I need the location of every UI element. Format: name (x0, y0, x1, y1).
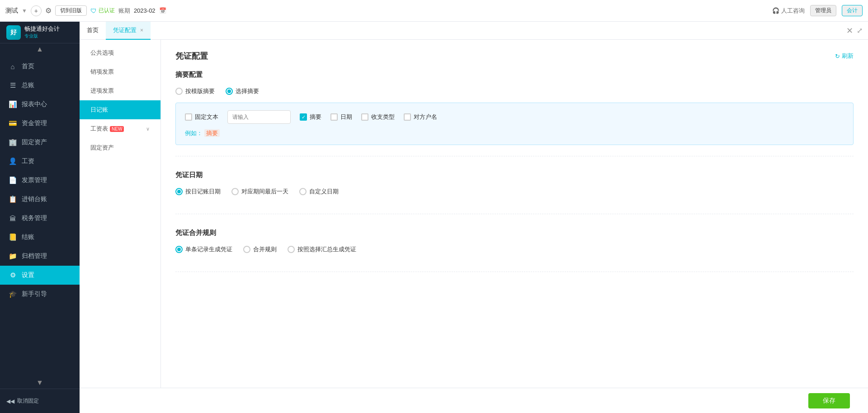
sidebar-item-sales[interactable]: 📋 进销台账 (0, 190, 80, 209)
cancel-fixed-button[interactable]: ◀◀ 取消固定 (0, 393, 80, 409)
checkbox-counterpart[interactable]: 对方户名 (404, 113, 437, 121)
pin-icon: ◀◀ (6, 398, 14, 404)
checkbox-abstract[interactable]: 摘要 (300, 113, 321, 121)
checkbox-payment-type[interactable]: 收支类型 (361, 113, 395, 121)
sidebar-item-close[interactable]: 📒 结账 (0, 228, 80, 247)
radio-custom-date[interactable]: 自定义日期 (299, 188, 339, 196)
scroll-down-button[interactable]: ▼ (0, 377, 80, 389)
radio-summary-generate[interactable]: 按照选择汇总生成凭证 (288, 245, 356, 253)
company-name: 测试 (5, 7, 18, 15)
left-menu-payroll[interactable]: 工资表 NEW ∨ (80, 119, 160, 138)
sidebar-item-ledger[interactable]: ☰ 总账 (0, 76, 80, 95)
date-section: 凭证日期 按日记账日期 对应期间最后一天 (175, 171, 854, 214)
radio-template-summary[interactable]: 按模版摘要 (175, 87, 215, 95)
sidebar: 好 畅捷通好会计 专业版 ▲ ⌂ 首页 ☰ 总账 📊 报表中心 💳 资金管理 (0, 22, 80, 413)
assets-icon: 🏢 (8, 138, 17, 146)
left-menu-assets-label: 固定资产 (90, 144, 114, 151)
sidebar-item-guide[interactable]: 🎓 新手引导 (0, 285, 80, 304)
checkbox-abstract-label: 摘要 (310, 113, 321, 121)
save-bar: 保存 (80, 388, 868, 413)
sidebar-label-home: 首页 (22, 62, 34, 70)
right-content: 凭证配置 ↻ 刷新 摘要配置 按模版摘要 (161, 40, 868, 413)
radio-custom-date-label: 自定义日期 (309, 188, 339, 196)
fixed-text-input[interactable] (227, 110, 291, 124)
page-header: 凭证配置 ↻ 刷新 (175, 51, 854, 61)
radio-journal-date[interactable]: 按日记账日期 (175, 188, 221, 196)
tab-bar-actions: ✕ ⤢ (846, 26, 868, 36)
radio-merge-rule[interactable]: 合并规则 (243, 245, 277, 253)
sales-icon: 📋 (8, 195, 17, 203)
radio-single-record-label: 单条记录生成凭证 (185, 245, 232, 253)
checkbox-date[interactable]: 日期 (330, 113, 352, 121)
checkbox-payment-type-label: 收支类型 (371, 113, 395, 121)
radio-period-last-day[interactable]: 对应期间最后一天 (231, 188, 288, 196)
new-badge: NEW (110, 126, 124, 132)
refresh-button[interactable]: ↻ 刷新 (835, 52, 854, 60)
checkbox-counterpart-box (404, 113, 411, 121)
tab-close-icon[interactable]: × (140, 27, 143, 33)
period-label: 账期 (118, 7, 130, 15)
radio-summary-generate-label: 按照选择汇总生成凭证 (297, 245, 356, 253)
checkbox-fixed-text[interactable]: 固定文本 (185, 113, 218, 121)
close-window-icon[interactable]: ✕ (846, 26, 853, 36)
tax-icon: 🏛 (8, 215, 17, 222)
tab-home[interactable]: 首页 (80, 22, 106, 40)
accountant-button[interactable]: 会计 (842, 5, 863, 16)
checkbox-fixed-text-label: 固定文本 (195, 113, 218, 121)
radio-template-label: 按模版摘要 (185, 87, 215, 95)
left-menu-public-label: 公共选项 (90, 49, 114, 56)
left-menu-payroll-label: 工资表 (90, 125, 108, 133)
company-dropdown-icon[interactable]: ▼ (22, 8, 27, 14)
sidebar-label-invoice: 发票管理 (22, 176, 47, 184)
sidebar-item-tax[interactable]: 🏛 税务管理 (0, 209, 80, 228)
sidebar-item-funds[interactable]: 💳 资金管理 (0, 114, 80, 133)
radio-single-record[interactable]: 单条记录生成凭证 (175, 245, 232, 253)
checkbox-payment-type-box (361, 113, 368, 121)
left-menu-journal[interactable]: 日记账 (80, 100, 160, 119)
switch-old-button[interactable]: 切到旧版 (55, 5, 87, 16)
sidebar-item-reports[interactable]: 📊 报表中心 (0, 95, 80, 114)
sidebar-label-sales: 进销台账 (22, 195, 47, 203)
calendar-icon[interactable]: 📅 (159, 7, 166, 14)
left-menu-public[interactable]: 公共选项 (80, 43, 160, 62)
save-button[interactable]: 保存 (808, 393, 850, 408)
left-menu-purchase-invoice[interactable]: 进项发票 (80, 81, 160, 100)
left-menu-fixed-assets[interactable]: 固定资产 (80, 138, 160, 157)
period-value: 2023-02 (134, 7, 156, 14)
sidebar-item-settings[interactable]: ⚙ 设置 (0, 266, 80, 285)
example-prefix: 例如： (185, 130, 203, 136)
radio-single-record-circle (175, 246, 183, 253)
sidebar-item-archive[interactable]: 📁 归档管理 (0, 247, 80, 266)
sidebar-label-close: 结账 (22, 233, 34, 241)
merge-section: 凭证合并规则 单条记录生成凭证 合并规则 (175, 229, 854, 272)
top-bar: 测试 ▼ + ⚙ 切到旧版 🛡 已认证 账期 2023-02 📅 🎧 人工咨询 … (0, 0, 868, 22)
top-bar-right: 🎧 人工咨询 管理员 会计 (772, 5, 863, 16)
example-value: 摘要 (204, 129, 220, 137)
reports-icon: 📊 (8, 100, 17, 108)
sidebar-label-tax: 税务管理 (22, 214, 47, 222)
consult-button[interactable]: 🎧 人工咨询 (772, 7, 805, 15)
sidebar-item-invoice[interactable]: 📄 发票管理 (0, 171, 80, 190)
sidebar-item-salary[interactable]: 👤 工资 (0, 152, 80, 171)
radio-merge-rule-label: 合并规则 (253, 245, 277, 253)
sidebar-item-home[interactable]: ⌂ 首页 (0, 57, 80, 76)
left-menu-sales-invoice[interactable]: 销项发票 (80, 62, 160, 81)
home-icon: ⌂ (8, 63, 17, 70)
tab-home-label: 首页 (87, 26, 99, 34)
settings-icon[interactable]: ⚙ (45, 6, 52, 15)
main-layout: 好 畅捷通好会计 专业版 ▲ ⌂ 首页 ☰ 总账 📊 报表中心 💳 资金管理 (0, 22, 868, 413)
sidebar-bottom: ◀◀ 取消固定 (0, 389, 80, 413)
sidebar-label-settings: 设置 (22, 271, 34, 279)
manager-button[interactable]: 管理员 (810, 5, 836, 16)
sidebar-label-assets: 固定资产 (22, 138, 47, 146)
expand-icon[interactable]: ⤢ (857, 26, 863, 35)
checkbox-date-label: 日期 (340, 113, 352, 121)
radio-select-summary[interactable]: 选择摘要 (226, 87, 259, 95)
certified-badge: 🛡 已认证 (90, 7, 115, 14)
scroll-up-button[interactable]: ▲ (0, 43, 80, 55)
radio-journal-date-label: 按日记账日期 (185, 188, 221, 196)
tab-voucher-config[interactable]: 凭证配置 × (106, 22, 151, 40)
add-tab-button[interactable]: + (31, 5, 42, 16)
sidebar-item-assets[interactable]: 🏢 固定资产 (0, 133, 80, 152)
sidebar-label-guide: 新手引导 (22, 290, 47, 298)
